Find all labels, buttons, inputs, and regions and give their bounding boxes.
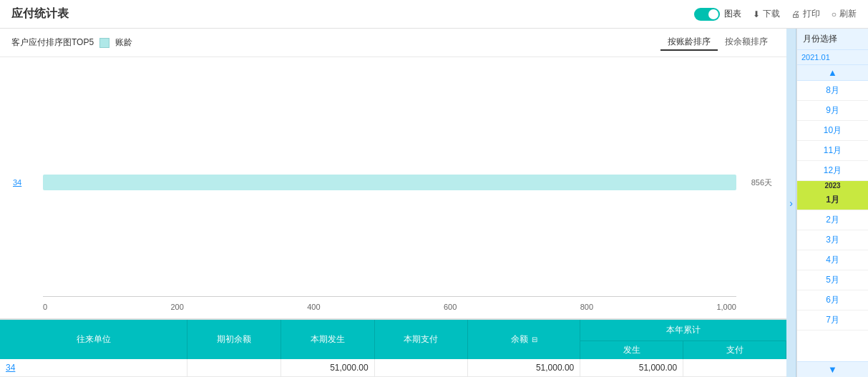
cell-current-occur: 51,000.00 <box>281 359 374 377</box>
chart-area: 34 856天 0 200 400 600 800 1,000 <box>0 57 786 318</box>
toggle-label: 图表 <box>724 8 741 20</box>
sidebar-down-button[interactable]: ▼ <box>797 361 868 377</box>
chart-section: 客户应付排序图TOP5 账龄 按账龄排序 按余额排序 34 856天 <box>0 29 786 377</box>
page-title: 应付统计表 <box>11 6 69 21</box>
bar-right-label: 856天 <box>751 177 772 188</box>
cell-balance: 51,000.00 <box>468 359 580 377</box>
sidebar-month-item[interactable]: 2月 <box>797 210 868 230</box>
table-row: 34 51,000.00 51,000.00 51,000.00 <box>0 359 786 377</box>
sidebar-month-item[interactable]: 5月 <box>797 270 868 290</box>
download-button[interactable]: ⬇ 下载 <box>753 8 780 20</box>
sidebar-up-button[interactable]: ▲ <box>797 65 868 81</box>
chart-legend: 客户应付排序图TOP5 账龄 按账龄排序 按余额排序 <box>0 29 786 57</box>
x-tick-400: 400 <box>307 303 320 311</box>
sidebar-month-item[interactable]: 7月 <box>797 310 868 331</box>
month-sidebar: 月份选择 2021.01 ▲ 8月9月10月11月12月20231月2月3月4月… <box>796 29 868 377</box>
col-ytd-pay-header: 支付 <box>683 341 786 360</box>
x-tick-1000: 1,000 <box>716 303 736 311</box>
col-current-occur-header: 本期发生 <box>281 320 374 359</box>
header: 应付统计表 图表 ⬇ 下载 🖨 打印 ○ 刷新 <box>0 0 868 29</box>
sidebar-month-item[interactable]: 10月 <box>797 121 868 141</box>
legend-box <box>99 38 109 48</box>
print-button[interactable]: 🖨 打印 <box>791 8 820 20</box>
sidebar-month-list: 8月9月10月11月12月20231月2月3月4月5月6月7月 <box>797 81 868 361</box>
col-vendor-header: 往来单位 <box>0 320 187 359</box>
sidebar-header: 月份选择 <box>797 29 868 50</box>
bar-left-label[interactable]: 34 <box>13 178 21 187</box>
header-actions: 图表 ⬇ 下载 🖨 打印 ○ 刷新 <box>694 8 857 21</box>
expand-arrow[interactable]: › <box>786 29 796 377</box>
month-select-label: 月份选择 <box>803 33 837 45</box>
cell-ytd-occur: 51,000.00 <box>580 359 683 377</box>
sidebar-month-item[interactable]: 1月 <box>797 190 868 210</box>
sort-by-amount-button[interactable]: 按余额排序 <box>718 34 775 51</box>
toggle-knob <box>708 9 718 19</box>
year-marker: 2023 <box>797 181 868 190</box>
cell-opening <box>187 359 281 377</box>
bar-row: 34 856天 <box>43 175 736 190</box>
chart-toggle[interactable] <box>694 8 720 21</box>
x-axis-line <box>43 296 736 297</box>
sidebar-month-item[interactable]: 12月 <box>797 161 868 181</box>
sidebar-month-item[interactable]: 4月 <box>797 250 868 270</box>
sidebar-month-item[interactable]: 6月 <box>797 290 868 310</box>
cell-current-pay <box>374 359 468 377</box>
x-tick-0: 0 <box>43 303 47 311</box>
table-wrapper: 往来单位 期初余额 本期发生 本期支付 余额 ⊟ 本年累计 <box>0 320 786 377</box>
sidebar-year-display: 2021.01 <box>797 50 868 65</box>
expand-arrow-icon: › <box>789 197 793 209</box>
cell-vendor: 34 <box>0 359 187 377</box>
col-balance-header: 余额 ⊟ <box>468 320 580 359</box>
col-opening-header: 期初余额 <box>187 320 281 359</box>
sort-by-balance-button[interactable]: 按账龄排序 <box>660 34 718 51</box>
sidebar-month-item[interactable]: 3月 <box>797 230 868 250</box>
main-content: 客户应付排序图TOP5 账龄 按账龄排序 按余额排序 34 856天 <box>0 29 868 377</box>
refresh-icon: ○ <box>832 9 837 19</box>
x-axis: 0 200 400 600 800 1,000 <box>43 303 736 311</box>
legend-box-label: 账龄 <box>115 36 132 49</box>
balance-sort-icon: ⊟ <box>532 336 537 343</box>
sidebar-month-item[interactable]: 9月 <box>797 101 868 121</box>
page-container: 应付统计表 图表 ⬇ 下载 🖨 打印 ○ 刷新 <box>0 0 868 377</box>
col-ytd-occur-header: 发生 <box>580 341 683 360</box>
col-current-pay-header: 本期支付 <box>374 320 468 359</box>
sort-buttons: 按账龄排序 按余额排序 <box>660 34 775 51</box>
x-tick-200: 200 <box>171 303 184 311</box>
data-table: 往来单位 期初余额 本期发生 本期支付 余额 ⊟ 本年累计 <box>0 320 786 377</box>
legend-left: 客户应付排序图TOP5 账龄 <box>11 36 132 49</box>
refresh-button[interactable]: ○ 刷新 <box>832 8 857 20</box>
x-tick-600: 600 <box>444 303 457 311</box>
print-icon: 🖨 <box>791 9 800 19</box>
sidebar-month-item[interactable]: 8月 <box>797 81 868 101</box>
right-panel: › 月份选择 2021.01 ▲ 8月9月10月11月12月20231月2月3月… <box>786 29 868 377</box>
col-ytd-group-header: 本年累计 <box>580 320 786 341</box>
table-section: 往来单位 期初余额 本期发生 本期支付 余额 ⊟ 本年累计 <box>0 318 786 377</box>
x-tick-800: 800 <box>580 303 593 311</box>
sidebar-month-item[interactable]: 11月 <box>797 141 868 161</box>
chart-toggle-container: 图表 <box>694 8 741 21</box>
cell-ytd-pay <box>683 359 786 377</box>
legend-text: 客户应付排序图TOP5 <box>11 36 94 49</box>
download-icon: ⬇ <box>753 9 760 19</box>
bar-track <box>43 175 736 190</box>
vendor-link[interactable]: 34 <box>6 363 15 373</box>
sidebar-year-value: 2021.01 <box>801 53 830 62</box>
